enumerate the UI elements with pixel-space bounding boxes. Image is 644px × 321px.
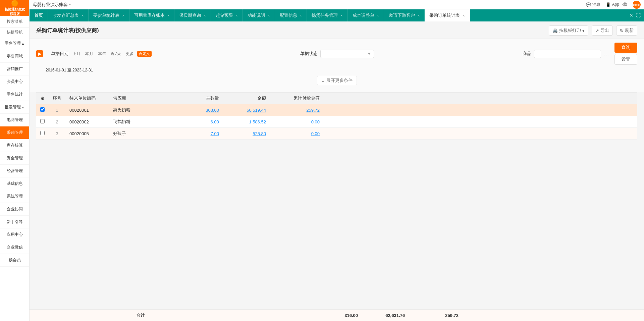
row-paid[interactable]: 0.00 — [270, 116, 324, 128]
tab-close-button[interactable]: × — [122, 13, 124, 17]
sidebar-item-retail-mall[interactable]: 零售商城 — [0, 50, 29, 63]
tabbar-actions: ✕ ⛶ — [629, 13, 644, 18]
date-label: 单据日期 — [51, 51, 68, 57]
sidebar-item-basic-info[interactable]: 基础信息 — [0, 177, 29, 190]
search-menu-item[interactable]: 搜索菜单 — [0, 16, 29, 28]
date-custom-tag[interactable]: 自定义 — [137, 51, 152, 57]
sidebar-item-retail-stat[interactable]: 零售统计 — [0, 88, 29, 101]
tab-overstock-alert[interactable]: 超储预警× — [211, 9, 243, 21]
expand-button[interactable]: ⌄ 展开更多条件 — [317, 76, 357, 85]
tab-invite-downstream[interactable]: 邀请下游客户× — [384, 9, 425, 21]
message-button[interactable]: 💬 消息 — [586, 2, 600, 7]
table-row[interactable]: 1 00020001 惠氏奶粉 303.00 60,519.44 259.72 — [36, 104, 637, 116]
data-table: ⚙ 序号 往来单位编码 供应商 主数量 金额 累计付款金额 1 00020001… — [36, 92, 637, 140]
tab-close-button[interactable]: × — [377, 13, 379, 17]
date-last-month[interactable]: 上月 — [71, 50, 82, 57]
row-qty[interactable]: 7.00 — [183, 128, 223, 140]
tab-purchase-stat[interactable]: 要货单统计表× — [89, 9, 129, 21]
sidebar-item-app-center[interactable]: 应用中心 — [0, 228, 29, 241]
tab-close-button[interactable]: × — [204, 13, 206, 17]
tab-close-button[interactable]: × — [82, 13, 84, 17]
date-this-month[interactable]: 本月 — [84, 50, 95, 57]
date-7days[interactable]: 近7天 — [109, 50, 122, 57]
setting-button[interactable]: 设置 — [614, 54, 637, 65]
tab-func-desc[interactable]: 功能说明× — [243, 9, 275, 21]
table-row[interactable]: 3 00020005 好孩子 7.00 525.80 0.00 — [36, 128, 637, 140]
goods-input[interactable] — [534, 50, 601, 58]
sidebar-item-member2[interactable]: 畅会员 — [0, 254, 29, 267]
tab-purchase-order-stat[interactable]: 采购订单统计表× — [425, 9, 470, 21]
print-button[interactable]: 🖨️ 按模板打印 ▾ — [549, 25, 588, 36]
date-this-year[interactable]: 本年 — [97, 50, 107, 57]
tab-close-button[interactable]: × — [340, 13, 342, 17]
quick-nav-item[interactable]: 快捷导航 — [0, 28, 29, 37]
sidebar: 🟠 畅捷通好生意 标题版 搜索菜单 快捷导航 零售管理▲零售商城营销推广会员中心… — [0, 0, 30, 321]
sidebar-item-member[interactable]: 会员中心 — [0, 75, 29, 88]
topbar-right: 💬 消息 📱 App下载 demo2 — [586, 1, 641, 9]
app-download-button[interactable]: 📱 App下载 — [606, 2, 627, 7]
sidebar-item-enterprise[interactable]: 企业协同 — [0, 203, 29, 216]
date-more[interactable]: 更多 — [124, 50, 135, 57]
tab-close-button[interactable]: × — [236, 13, 238, 17]
sidebar-item-wholesale[interactable]: 批发管理▲ — [0, 101, 29, 114]
status-filter: 单据状态 — [300, 50, 374, 58]
tab-shelf-life[interactable]: 保质期查询× — [174, 9, 211, 21]
tab-home[interactable]: 首页 — [30, 9, 48, 21]
goods-filter: 商品 … — [523, 50, 609, 58]
sidebar-item-operation[interactable]: 经营管理 — [0, 165, 29, 177]
sidebar-item-marketing[interactable]: 营销推广 — [0, 63, 29, 75]
query-button[interactable]: 查询 — [614, 43, 637, 53]
tab-close-button[interactable]: × — [268, 13, 270, 17]
refresh-button[interactable]: ↻ 刷新 — [616, 25, 637, 36]
tab-label: 收发存汇总表 — [53, 12, 79, 18]
tab-close-button[interactable]: × — [418, 13, 420, 17]
col-supplier-header: 供应商 — [109, 93, 183, 104]
close-tab-icon[interactable]: ✕ — [629, 13, 633, 18]
row-checkbox[interactable] — [36, 116, 49, 128]
sidebar-item-newbie[interactable]: 新手引导 — [0, 216, 29, 228]
col-amount-header: 金额 — [223, 93, 270, 104]
sidebar-item-purchase[interactable]: 采购管理 — [0, 126, 29, 139]
row-seq: 1 — [49, 104, 65, 116]
user-profile[interactable]: demo2 — [633, 1, 641, 9]
row-amount[interactable]: 60,519.44 — [223, 104, 270, 116]
row-code: 00020002 — [65, 116, 109, 128]
tab-close-button[interactable]: × — [463, 13, 465, 17]
row-paid[interactable]: 259.72 — [270, 104, 324, 116]
row-amount[interactable]: 1,586.52 — [223, 116, 270, 128]
export-button[interactable]: ↗ 导出 — [592, 25, 613, 36]
account-dropdown[interactable]: 母婴行业演示账套 ▾ — [33, 2, 71, 8]
sidebar-item-enterprise-wechat[interactable]: 企业微信 — [0, 241, 29, 254]
toggle-filter-button[interactable]: ▶ — [36, 50, 43, 57]
sidebar-item-retail[interactable]: 零售管理▲ — [0, 37, 29, 50]
tab-label: 保质期查询 — [179, 12, 201, 18]
col-settings[interactable]: ⚙ — [36, 93, 49, 104]
row-amount[interactable]: 525.80 — [223, 128, 270, 140]
goods-more-icon[interactable]: … — [604, 51, 609, 57]
row-qty[interactable]: 6.00 — [183, 116, 223, 128]
row-checkbox[interactable] — [36, 104, 49, 116]
col-code-header: 往来单位编码 — [65, 93, 109, 104]
tab-config-info[interactable]: 配置信息× — [275, 9, 307, 21]
sidebar-item-system[interactable]: 系统管理 — [0, 190, 29, 203]
refresh-icon: ↻ — [620, 28, 624, 33]
sidebar-item-finance[interactable]: 资金管理 — [0, 152, 29, 165]
col-paid-header: 累计付款金额 — [270, 93, 324, 104]
tab-close-button[interactable]: × — [167, 13, 169, 17]
status-select[interactable] — [320, 50, 374, 58]
tab-close-button[interactable]: × — [300, 13, 302, 17]
date-shortcuts: 上月 本月 本年 近7天 更多 自定义 — [71, 50, 152, 57]
row-qty[interactable]: 303.00 — [183, 104, 223, 116]
sidebar-item-ecommerce[interactable]: 电商管理 — [0, 114, 29, 126]
row-paid[interactable]: 0.00 — [270, 128, 324, 140]
tab-cost-adjust[interactable]: 成本调整单× — [348, 9, 384, 21]
tab-available-stock[interactable]: 可用量库存账本× — [129, 9, 174, 21]
maximize-icon[interactable]: ⛶ — [636, 13, 641, 18]
message-label: 消息 — [592, 2, 600, 7]
row-checkbox[interactable] — [36, 128, 49, 140]
tab-receive-summary[interactable]: 收发存汇总表× — [48, 9, 89, 21]
table-row[interactable]: 2 00020002 飞鹤奶粉 6.00 1,586.52 0.00 — [36, 116, 637, 128]
row-seq: 3 — [49, 128, 65, 140]
sidebar-item-inventory[interactable]: 库存核算 — [0, 139, 29, 152]
tab-pick-task[interactable]: 拣货任务管理× — [307, 9, 347, 21]
